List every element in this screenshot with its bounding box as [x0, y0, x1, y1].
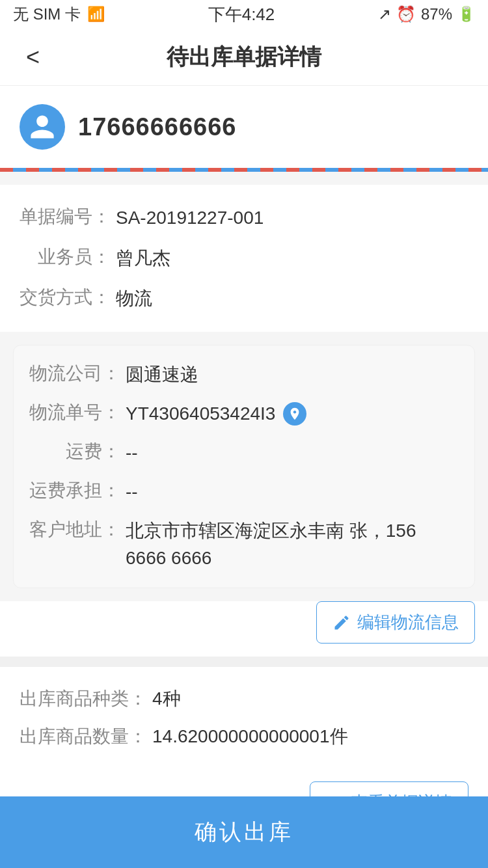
carrier-text: 无 SIM 卡	[13, 4, 81, 25]
nav-bar: < 待出库单据详情	[0, 29, 488, 86]
product-type-label: 出库商品种类：	[20, 686, 147, 711]
page-title: 待出库单据详情	[167, 42, 321, 72]
edit-logistics-button[interactable]: 编辑物流信息	[316, 601, 475, 644]
freight-value: --	[126, 439, 459, 467]
alarm-icon: ⏰	[396, 5, 416, 23]
battery-text: 87%	[421, 5, 452, 23]
freight-bear-row: 运费承担： --	[29, 478, 459, 506]
confirm-outbound-label: 确认出库	[195, 817, 293, 847]
edit-btn-row: 编辑物流信息	[0, 601, 488, 657]
back-button[interactable]: <	[20, 37, 46, 77]
dashed-divider	[0, 168, 488, 172]
salesman-row: 业务员： 曾凡杰	[20, 245, 468, 272]
tracking-location-button[interactable]	[283, 402, 306, 426]
basic-info-section: 单据编号： SA-20191227-001 业务员： 曾凡杰 交货方式： 物流	[0, 185, 488, 332]
status-bar: 无 SIM 卡 📶 下午4:42 ↗ ⏰ 87% 🔋	[0, 0, 488, 29]
confirm-outbound-button[interactable]: 确认出库	[0, 796, 488, 868]
logistics-card: 物流公司： 圆通速递 物流单号： YT43064053424I3 运费： -- …	[13, 345, 475, 588]
logistics-tracking-row: 物流单号： YT43064053424I3	[29, 400, 459, 427]
page-content: 17666666666 单据编号： SA-20191227-001 业务员： 曾…	[0, 86, 488, 868]
tracking-number: YT43064053424I3	[126, 400, 275, 427]
status-left: 无 SIM 卡 📶	[13, 4, 105, 25]
product-quantity-value: 14.620000000000001件	[152, 724, 348, 749]
logistics-company-label: 物流公司：	[29, 361, 120, 386]
address-label: 客户地址：	[29, 517, 120, 542]
user-phone: 17666666666	[78, 113, 236, 141]
section-separator	[0, 657, 488, 667]
product-type-value: 4种	[152, 686, 181, 711]
logistics-tracking-value: YT43064053424I3	[126, 400, 459, 427]
wifi-icon: 📶	[87, 6, 105, 23]
order-no-label: 单据编号：	[20, 204, 111, 229]
salesman-label: 业务员：	[20, 245, 111, 269]
delivery-row: 交货方式： 物流	[20, 285, 468, 312]
status-time: 下午4:42	[208, 3, 275, 26]
edit-logistics-label: 编辑物流信息	[357, 611, 459, 634]
location-status-icon: ↗	[378, 5, 391, 23]
product-quantity-row: 出库商品数量： 14.620000000000001件	[20, 724, 468, 749]
status-right: ↗ ⏰ 87% 🔋	[378, 5, 475, 23]
product-type-row: 出库商品种类： 4种	[20, 686, 468, 711]
logistics-tracking-label: 物流单号：	[29, 400, 120, 425]
battery-icon: 🔋	[457, 6, 475, 23]
stats-section: 出库商品种类： 4种 出库商品数量： 14.620000000000001件	[0, 667, 488, 768]
logistics-company-row: 物流公司： 圆通速递	[29, 361, 459, 388]
product-quantity-label: 出库商品数量：	[20, 724, 147, 749]
address-row: 客户地址： 北京市市辖区海淀区永丰南 张，156 6666 6666	[29, 517, 459, 572]
delivery-value: 物流	[116, 285, 468, 312]
freight-label: 运费：	[29, 439, 120, 464]
freight-row: 运费： --	[29, 439, 459, 467]
map-pin-icon	[288, 407, 302, 421]
order-no-row: 单据编号： SA-20191227-001	[20, 204, 468, 232]
freight-bear-label: 运费承担：	[29, 478, 120, 503]
address-value: 北京市市辖区海淀区永丰南 张，156 6666 6666	[126, 517, 459, 572]
avatar	[20, 104, 65, 150]
freight-bear-value: --	[126, 478, 459, 506]
user-header: 17666666666	[0, 86, 488, 168]
edit-icon	[332, 614, 351, 632]
delivery-label: 交货方式：	[20, 285, 111, 310]
logistics-company-value: 圆通速递	[126, 361, 459, 388]
user-avatar-icon	[28, 113, 57, 141]
order-no-value: SA-20191227-001	[116, 204, 468, 232]
salesman-value: 曾凡杰	[116, 245, 468, 272]
